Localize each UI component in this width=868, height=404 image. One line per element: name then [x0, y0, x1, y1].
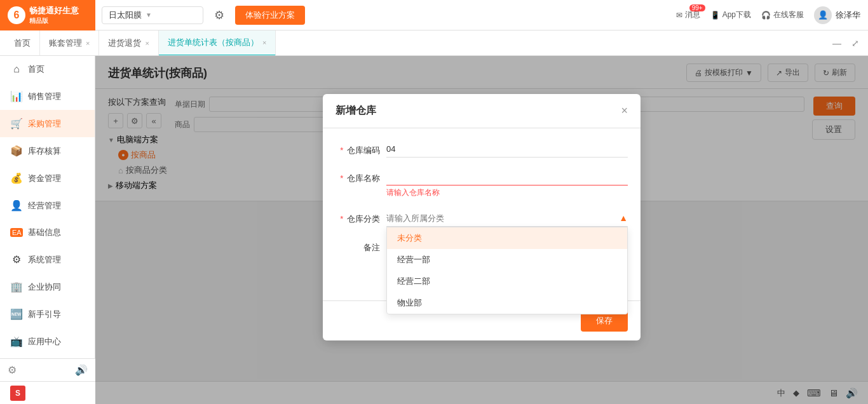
tab-purchase-stats-label: 进货单统计表（按商品） [168, 37, 259, 48]
tab-home-label: 首页 [14, 37, 31, 49]
settings-icon[interactable]: ⚙ [210, 6, 229, 25]
tab-accounts-label: 账套管理 [49, 37, 82, 49]
messages-item[interactable]: ✉ 消息 99+ [676, 10, 700, 20]
classify-arrow-icon[interactable]: ▲ [619, 213, 628, 223]
bottom-left: S [10, 386, 25, 401]
trial-button[interactable]: 体验行业方案 [235, 6, 305, 25]
sidebar-settings-icon[interactable]: ⚙ [8, 364, 17, 376]
classify-input-row: ▲ [386, 210, 628, 227]
classify-label: * 仓库分类 [336, 210, 380, 225]
headset-icon: 🎧 [761, 11, 771, 20]
modal-header: 新增仓库 × [323, 94, 641, 128]
service-item[interactable]: 🎧 在线客服 [761, 10, 804, 20]
modal-overlay: 新增仓库 × * 仓库编码 * [95, 56, 868, 404]
user-name: 徐泽华 [836, 10, 860, 21]
code-label: * 仓库编码 [336, 141, 380, 156]
form-row-code: * 仓库编码 [336, 141, 628, 158]
sidebar-inventory-label: 库存核算 [28, 145, 61, 157]
logo-sub: 精品版 [29, 17, 79, 25]
tab-minimize-icon[interactable]: — [829, 37, 845, 50]
message-icon: ✉ [676, 11, 682, 20]
name-error-msg: 请输入仓库名称 [386, 187, 628, 198]
business-icon: 👤 [10, 199, 23, 212]
sidebar-basic-label: 基础信息 [28, 227, 61, 238]
sidebar-item-sales[interactable]: 📊 销售管理 [0, 83, 95, 110]
sidebar-item-inventory[interactable]: 📦 库存核算 [0, 137, 95, 165]
code-input[interactable] [386, 141, 628, 158]
form-row-classify: * 仓库分类 ▲ 未分类 经营一部 经 [336, 210, 628, 227]
main-layout: ⌂ 首页 📊 销售管理 🛒 采购管理 📦 库存核算 💰 资金管理 👤 经营管理 … [0, 56, 868, 404]
store-selector[interactable]: 日太阳膜 ▼ [102, 6, 203, 24]
sidebar-home-label: 首页 [28, 64, 44, 75]
sidebar-enterprise-label: 企业协同 [28, 281, 61, 293]
required-star-code: * [340, 145, 343, 155]
tab-purchase-return-close-icon[interactable]: × [145, 39, 149, 47]
tab-home[interactable]: 首页 [5, 30, 40, 56]
finance-icon: 💰 [10, 172, 23, 184]
home-icon: ⌂ [10, 64, 23, 75]
form-row-name: * 仓库名称 请输入仓库名称 [336, 169, 628, 198]
guide-icon: 🆕 [10, 308, 23, 320]
sidebar-item-basic[interactable]: EA 基础信息 [0, 219, 95, 246]
sidebar-guide-label: 新手引导 [28, 309, 61, 320]
messages-badge: 99+ [689, 4, 705, 11]
sidebar-item-enterprise[interactable]: 🏢 企业协同 [0, 273, 95, 300]
store-arrow-icon: ▼ [146, 11, 152, 18]
system-icon: ⚙ [10, 253, 23, 266]
sidebar-speaker-icon[interactable]: 🔊 [75, 364, 88, 376]
required-star-name: * [340, 173, 343, 183]
sidebar: ⌂ 首页 📊 销售管理 🛒 采购管理 📦 库存核算 💰 资金管理 👤 经营管理 … [0, 56, 95, 404]
sidebar-item-home[interactable]: ⌂ 首页 [0, 56, 95, 83]
modal-close-icon[interactable]: × [621, 104, 628, 118]
sidebar-system-label: 系统管理 [28, 254, 61, 266]
app-icon: 📱 [710, 11, 720, 20]
tab-actions: — ⤢ [829, 37, 863, 50]
sidebar-bottom: ⚙ 🔊 [0, 358, 95, 381]
app-download-item[interactable]: 📱 App下载 [710, 10, 751, 20]
classify-wrapper: ▲ 未分类 经营一部 经营二部 物业部 [386, 210, 628, 227]
logo-area: 6 畅捷通好生意 精品版 [0, 0, 95, 30]
content-area: 进货单统计(按商品) 🖨 按模板打印 ▼ ↗ 导出 ↻ 刷新 [95, 56, 868, 404]
sidebar-sales-label: 销售管理 [28, 91, 61, 102]
classify-input[interactable] [386, 213, 619, 223]
app-label: App下载 [722, 10, 751, 20]
sidebar-item-finance[interactable]: 💰 资金管理 [0, 165, 95, 192]
sidebar-apps-label: 应用中心 [28, 336, 61, 347]
sidebar-item-apps[interactable]: 📺 应用中心 [0, 328, 95, 355]
sidebar-purchase-label: 采购管理 [28, 118, 61, 130]
basic-icon: EA [10, 228, 23, 237]
modal-title: 新增仓库 [336, 104, 376, 118]
purchase-icon: 🛒 [10, 118, 23, 130]
sidebar-item-business[interactable]: 👤 经营管理 [0, 192, 95, 219]
name-label: * 仓库名称 [336, 169, 380, 184]
modal-new-warehouse: 新增仓库 × * 仓库编码 * [323, 94, 641, 340]
dropdown-item-dept1[interactable]: 经营一部 [387, 249, 627, 271]
name-input[interactable] [386, 169, 628, 185]
tab-accounts[interactable]: 账套管理 × [40, 30, 99, 56]
modal-body: * 仓库编码 * 仓库名称 请输入仓库名称 [323, 128, 641, 300]
service-label: 在线客服 [773, 10, 804, 20]
sidebar-item-guide[interactable]: 🆕 新手引导 [0, 300, 95, 328]
user-avatar: 👤 [814, 6, 832, 24]
tab-accounts-close-icon[interactable]: × [86, 39, 90, 47]
sidebar-item-purchase[interactable]: 🛒 采购管理 [0, 110, 95, 137]
tab-purchase-stats[interactable]: 进货单统计表（按商品） × [159, 30, 276, 56]
tab-expand-icon[interactable]: ⤢ [848, 37, 863, 50]
store-name: 日太阳膜 [109, 10, 142, 21]
tab-bar: 首页 账套管理 × 进货退货 × 进货单统计表（按商品） × — ⤢ [0, 30, 868, 56]
tab-purchase-return[interactable]: 进货退货 × [99, 30, 158, 56]
dropdown-item-dept2[interactable]: 经营二部 [387, 271, 627, 292]
logo-text: 畅捷通好生意 精品版 [29, 5, 79, 25]
required-star-classify: * [340, 214, 343, 224]
dropdown-item-uncategorized[interactable]: 未分类 [387, 227, 627, 249]
dropdown-item-property[interactable]: 物业部 [387, 292, 627, 314]
tab-purchase-stats-close-icon[interactable]: × [262, 39, 266, 46]
inventory-icon: 📦 [10, 145, 23, 157]
sidebar-item-system[interactable]: ⚙ 系统管理 [0, 246, 95, 273]
sidebar-business-label: 经营管理 [28, 200, 61, 212]
sales-icon: 📊 [10, 90, 23, 102]
top-header: 6 畅捷通好生意 精品版 日太阳膜 ▼ ⚙ 体验行业方案 ✉ 消息 99+ 📱 … [0, 0, 868, 30]
user-area[interactable]: 👤 徐泽华 [814, 6, 860, 24]
enterprise-icon: 🏢 [10, 281, 23, 293]
header-right: ✉ 消息 99+ 📱 App下载 🎧 在线客服 👤 徐泽华 [676, 6, 860, 24]
